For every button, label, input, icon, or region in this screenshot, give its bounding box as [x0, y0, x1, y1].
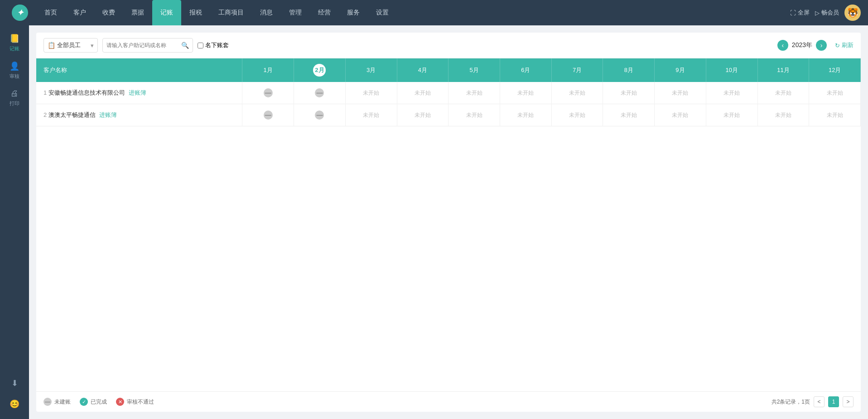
sidebar-bottom-item[interactable]: ⬇: [0, 374, 29, 393]
sidebar: 📒记账👤审核🖨打印⬇😊: [0, 25, 29, 419]
status-dash-icon: —: [315, 88, 324, 97]
prev-page-button[interactable]: <: [814, 396, 825, 407]
member-button[interactable]: ▷ 畅会员: [815, 9, 839, 17]
user-avatar[interactable]: 🐯: [844, 5, 861, 21]
month-status-cell: —: [242, 104, 294, 126]
col-header-2: 2月: [294, 58, 346, 82]
nav-item-管理[interactable]: 管理: [281, 0, 310, 25]
col-header-9: 9月: [655, 58, 706, 82]
prev-year-button[interactable]: ‹: [777, 40, 788, 51]
sidebar-item-记账[interactable]: 📒记账: [0, 29, 29, 57]
logo: ✦: [7, 5, 33, 21]
content-area: 📋 全部员工 ▾ 🔍 名下账套 ‹ 2023年 ›: [29, 25, 868, 419]
legend-dot-teal: ✓: [80, 398, 88, 406]
sidebar-label-审核: 审核: [10, 73, 19, 80]
footer: — 未建账 ✓ 已完成 ✕ 审核不通过 共2条记录，1: [36, 391, 861, 412]
status-dash-icon: —: [264, 88, 273, 97]
check-icon: ✓: [82, 399, 86, 405]
status-not-started: 未开始: [672, 90, 688, 96]
member-icon: ▷: [815, 10, 820, 16]
month-status-cell: 未开始: [500, 82, 551, 104]
status-not-started: 未开始: [621, 90, 637, 96]
refresh-button[interactable]: ↻ 刷新: [835, 41, 854, 49]
current-page-button[interactable]: 1: [828, 396, 839, 407]
nav-item-客户[interactable]: 客户: [65, 0, 94, 25]
search-input[interactable]: [106, 42, 181, 48]
nav-item-首页[interactable]: 首页: [36, 0, 65, 25]
status-not-started: 未开始: [517, 112, 534, 118]
my-accounts-label: 名下账套: [205, 41, 229, 49]
col-header-11: 11月: [757, 58, 809, 82]
status-dash-icon: —: [315, 111, 324, 120]
fullscreen-label: 全屏: [798, 9, 810, 17]
month-status-cell: 未开始: [603, 82, 655, 104]
col-header-4: 4月: [397, 58, 448, 82]
table-row: 1安徽畅捷通信息技术有限公司进账簿——未开始未开始未开始未开始未开始未开始未开始…: [36, 82, 861, 104]
member-label: 畅会员: [821, 9, 839, 17]
month-status-cell: 未开始: [448, 104, 500, 126]
col-header-5: 5月: [448, 58, 500, 82]
nav-item-记账[interactable]: 记账: [152, 0, 181, 25]
month-status-cell: 未开始: [345, 82, 397, 104]
my-accounts-checkbox[interactable]: 名下账套: [198, 41, 229, 49]
employee-select-text: 全部员工: [57, 41, 89, 49]
fullscreen-button[interactable]: ⛶ 全屏: [790, 9, 810, 17]
nav-item-经营[interactable]: 经营: [310, 0, 339, 25]
col-header-8: 8月: [603, 58, 655, 82]
nav-item-设置[interactable]: 设置: [368, 0, 397, 25]
status-not-started: 未开始: [466, 112, 482, 118]
employee-select[interactable]: 📋 全部员工 ▾: [43, 38, 98, 53]
sidebar-item-审核[interactable]: 👤审核: [0, 57, 29, 84]
next-year-button[interactable]: ›: [816, 40, 827, 51]
content-panel: 📋 全部员工 ▾ 🔍 名下账套 ‹ 2023年 ›: [36, 33, 861, 412]
refresh-icon: ↻: [835, 42, 840, 49]
status-not-started: 未开始: [827, 90, 843, 96]
status-not-started: 未开始: [723, 90, 740, 96]
my-accounts-checkbox-input[interactable]: [198, 43, 203, 48]
status-not-started: 未开始: [723, 112, 740, 118]
month-status-cell: 未开始: [757, 104, 809, 126]
month-status-cell: —: [294, 104, 346, 126]
col-header-name: 客户名称: [36, 58, 242, 82]
nav-item-报税[interactable]: 报税: [181, 0, 210, 25]
nav-item-收费[interactable]: 收费: [94, 0, 123, 25]
nav-item-工商项目[interactable]: 工商项目: [210, 0, 252, 25]
sidebar-bottom-item[interactable]: 😊: [0, 395, 29, 414]
enter-ledger-link[interactable]: 进账簿: [129, 89, 146, 96]
month-status-cell: 未开始: [706, 82, 757, 104]
nav-item-消息[interactable]: 消息: [252, 0, 281, 25]
refresh-label: 刷新: [842, 41, 854, 49]
legend-label-rejected: 审核不通过: [127, 398, 154, 406]
month-status-cell: 未开始: [397, 82, 448, 104]
accounts-table: 客户名称1月2月3月4月5月6月7月8月9月10月11月12月 1安徽畅捷通信息…: [36, 58, 861, 126]
year-navigation: ‹ 2023年 ›: [777, 40, 827, 51]
client-name: 澳澳太平畅捷通信: [48, 111, 96, 118]
status-not-started: 未开始: [569, 90, 585, 96]
col-header-7: 7月: [551, 58, 603, 82]
status-not-started: 未开始: [415, 90, 431, 96]
next-page-button[interactable]: >: [843, 396, 854, 407]
nav-item-服务[interactable]: 服务: [339, 0, 368, 25]
search-wrapper: 🔍: [102, 38, 193, 53]
employee-icon: 📋: [48, 42, 55, 49]
month-status-cell: 未开始: [809, 104, 861, 126]
col-header-12: 12月: [809, 58, 861, 82]
col-header-10: 10月: [706, 58, 757, 82]
sidebar-label-打印: 打印: [10, 100, 19, 107]
status-not-started: 未开始: [775, 112, 791, 118]
month-status-cell: 未开始: [706, 104, 757, 126]
legend-dot-red: ✕: [116, 398, 124, 406]
sidebar-item-打印[interactable]: 🖨打印: [0, 84, 29, 111]
status-dash-icon: —: [264, 111, 273, 120]
toolbar: 📋 全部员工 ▾ 🔍 名下账套 ‹ 2023年 ›: [36, 33, 861, 58]
table-row: 2澳澳太平畅捷通信进账簿——未开始未开始未开始未开始未开始未开始未开始未开始未开…: [36, 104, 861, 126]
search-button[interactable]: 🔍: [181, 42, 189, 49]
nav-item-票据[interactable]: 票据: [123, 0, 152, 25]
month-status-cell: 未开始: [809, 82, 861, 104]
sidebar-icon-打印: 🖨: [10, 89, 19, 98]
enter-ledger-link[interactable]: 进账簿: [99, 111, 117, 118]
month-status-cell: 未开始: [397, 104, 448, 126]
col-header-3: 3月: [345, 58, 397, 82]
status-not-started: 未开始: [672, 112, 688, 118]
chevron-down-icon: ▾: [91, 42, 94, 49]
